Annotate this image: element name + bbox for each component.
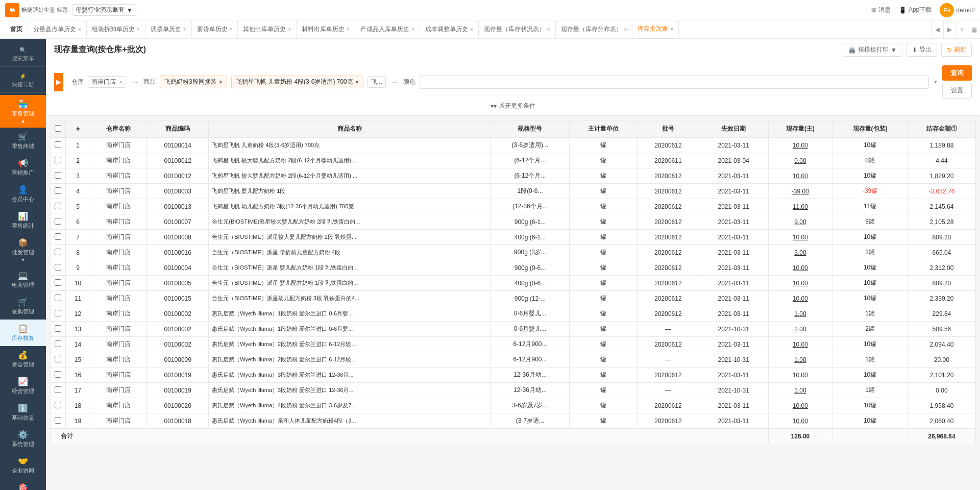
content-area: 现存量查询(按仓库+批次) 🖨️ 按模板打印 ▼ ⬇ 导出 ↻ 刷新 bbox=[46, 39, 980, 490]
row-select-checkbox[interactable] bbox=[55, 172, 61, 179]
product-ellipsis[interactable]: ··· bbox=[390, 79, 399, 86]
row-checkbox bbox=[51, 260, 66, 276]
row-select-checkbox[interactable] bbox=[55, 279, 61, 286]
product-filter-tag-1[interactable]: 飞鹤奶粉3段同捆装 × bbox=[160, 76, 227, 88]
sidebar-item-guide[interactable]: 🎯 新手引导 bbox=[0, 479, 46, 490]
nav-menu-arrow[interactable]: ▦ bbox=[968, 20, 980, 39]
tab-chanchengruку[interactable]: 产成品入库单历史 × bbox=[355, 20, 420, 39]
nav-next-arrow[interactable]: ▶ bbox=[943, 20, 955, 39]
sidebar-item-members[interactable]: 👤 会员中心 bbox=[0, 181, 46, 207]
tab-kucunpici[interactable]: 库存批次账 × bbox=[632, 20, 679, 39]
tab-chengbentiaoz[interactable]: 成本调整单历史 × bbox=[420, 20, 479, 39]
tab-qitachuku[interactable]: 其他出库单历史 × bbox=[238, 20, 297, 39]
close-icon[interactable]: × bbox=[470, 27, 473, 32]
expand-icon: ▾▾ bbox=[491, 103, 497, 110]
sidebar-item-ecommerce[interactable]: 💻 电商管理 bbox=[0, 266, 46, 293]
row-select-checkbox[interactable] bbox=[55, 356, 61, 362]
search-button[interactable]: 查询 bbox=[942, 65, 972, 81]
user-area[interactable]: Ea demo2 bbox=[940, 3, 975, 17]
app-download-button[interactable]: 📱 App下载 bbox=[899, 6, 932, 14]
company-select[interactable]: 母婴行业演示账套 ▼ bbox=[72, 4, 136, 16]
sidebar-item-wholesale[interactable]: 📦 批发管理 ▼ bbox=[0, 234, 46, 266]
ecommerce-icon: 💻 bbox=[18, 271, 28, 280]
sidebar-item-inventory[interactable]: 📋 库存核算 bbox=[0, 320, 46, 346]
row-select-checkbox[interactable] bbox=[55, 386, 61, 393]
close-icon[interactable]: × bbox=[624, 27, 627, 32]
warehouse-close-icon[interactable]: × bbox=[119, 79, 122, 86]
close-icon[interactable]: × bbox=[288, 27, 291, 32]
settings-button[interactable]: 设置 bbox=[942, 83, 972, 99]
row-warehouse: 南岸门店 bbox=[90, 398, 147, 413]
close-icon[interactable]: × bbox=[670, 26, 673, 32]
row-number: 14 bbox=[66, 337, 90, 352]
close-icon[interactable]: × bbox=[411, 27, 414, 32]
row-select-checkbox[interactable] bbox=[55, 310, 61, 316]
sidebar-item-finance[interactable]: 💰 资金管理 bbox=[0, 346, 46, 373]
row-select-checkbox[interactable] bbox=[55, 249, 61, 255]
tab-xiancunliang2[interactable]: 现存量（库存分布表） × bbox=[556, 20, 633, 39]
messages-button[interactable]: ✉ 消息 bbox=[871, 6, 891, 14]
expand-more-row: ▾▾ 展开更多条件 bbox=[54, 99, 972, 111]
sidebar-item-purchase[interactable]: 🛒 采购管理 bbox=[0, 293, 46, 320]
sidebar-search[interactable]: 🔍 搜索菜单 bbox=[0, 43, 46, 67]
tab-xiancunliang1[interactable]: 现存量（库存状况表） × bbox=[479, 20, 556, 39]
warehouse-ellipsis[interactable]: ··· bbox=[130, 79, 139, 86]
row-select-checkbox[interactable] bbox=[55, 371, 61, 378]
sidebar-expand-button[interactable]: ▶ bbox=[54, 73, 63, 91]
print-button[interactable]: 🖨️ 按模板打印 ▼ bbox=[843, 43, 902, 57]
sidebar-item-operation[interactable]: 📈 经营管理 bbox=[0, 373, 46, 399]
row-select-checkbox[interactable] bbox=[55, 218, 61, 225]
main-layout: 🔍 搜索菜单 ⚡ 快捷导航 🏪 零售管理 ▲ 🛒 零售商城 📢 营销推广 👤 会… bbox=[0, 39, 980, 490]
color-input[interactable] bbox=[420, 76, 929, 89]
row-select-checkbox[interactable] bbox=[55, 325, 61, 332]
refresh-button[interactable]: ↻ 刷新 bbox=[941, 43, 972, 57]
sidebar-item-mall[interactable]: 🛒 零售商城 bbox=[0, 128, 46, 154]
row-select-checkbox[interactable] bbox=[55, 264, 61, 271]
row-warehouse: 南岸门店 bbox=[90, 199, 147, 214]
row-select-checkbox[interactable] bbox=[55, 157, 61, 163]
tab-cailiaochu[interactable]: 材料出库单历史 × bbox=[297, 20, 355, 39]
nav-prev-arrow[interactable]: ◀ bbox=[931, 20, 943, 39]
row-select-checkbox[interactable] bbox=[55, 141, 61, 148]
tab-yaohuo[interactable]: 要货单历史 × bbox=[192, 20, 238, 39]
th-code: 商品编码 bbox=[147, 120, 209, 138]
product-close-icon-2[interactable]: × bbox=[355, 79, 359, 86]
product-filter-tag-2[interactable]: 飞鹤星飞帆 儿童奶粉 4段(3-6岁适用) 700克 × bbox=[231, 76, 363, 88]
product-close-icon-1[interactable]: × bbox=[219, 79, 223, 86]
close-icon[interactable]: × bbox=[183, 27, 186, 32]
row-select-checkbox[interactable] bbox=[55, 417, 61, 424]
stats-icon: 📊 bbox=[18, 211, 28, 221]
close-icon[interactable]: × bbox=[347, 27, 350, 32]
tab-diaobo[interactable]: 调拨单历史 × bbox=[145, 20, 192, 39]
row-select-checkbox[interactable] bbox=[55, 203, 61, 209]
row-select-checkbox[interactable] bbox=[55, 340, 61, 347]
sidebar-item-basic[interactable]: ℹ️ 基础信息 bbox=[0, 399, 46, 426]
sidebar-item-retail[interactable]: 🏪 零售管理 ▲ bbox=[0, 95, 46, 128]
row-qty: 1.00 bbox=[768, 383, 832, 398]
warehouse-filter-tag[interactable]: 南岸门店 × bbox=[88, 76, 126, 88]
close-icon[interactable]: × bbox=[137, 27, 140, 32]
expand-more-button[interactable]: ▾▾ 展开更多条件 bbox=[491, 102, 535, 110]
tab-zuzhuangchaijian[interactable]: 组装拆卸单历史 × bbox=[87, 20, 145, 39]
sidebar-item-system[interactable]: ⚙️ 系统管理 bbox=[0, 426, 46, 452]
select-all-checkbox[interactable] bbox=[55, 125, 61, 132]
row-qty: 10.00 bbox=[768, 276, 832, 291]
sidebar-item-marketing[interactable]: 📢 营销推广 bbox=[0, 154, 46, 181]
sidebar-item-stats[interactable]: 📊 零售统计 bbox=[0, 207, 46, 234]
nav-close-arrow[interactable]: × bbox=[955, 20, 968, 39]
tab-home[interactable]: 首页 bbox=[5, 20, 28, 39]
th-warehouse: 仓库名称 bbox=[90, 120, 147, 138]
row-select-checkbox[interactable] bbox=[55, 402, 61, 408]
export-button[interactable]: ⬇ 导出 bbox=[906, 43, 937, 57]
row-select-checkbox[interactable] bbox=[55, 187, 61, 194]
close-icon[interactable]: × bbox=[230, 27, 233, 32]
sidebar-quick-nav[interactable]: ⚡ 快捷导航 bbox=[0, 69, 46, 93]
tab-fenliangpandian[interactable]: 分量盘点单历史 × bbox=[28, 20, 87, 39]
close-icon[interactable]: × bbox=[547, 27, 550, 32]
row-select-checkbox[interactable] bbox=[55, 233, 61, 240]
close-icon[interactable]: × bbox=[78, 27, 81, 32]
sidebar-item-enterprise[interactable]: 🤝 企业协同 bbox=[0, 452, 46, 479]
product-filter-more[interactable]: 飞... bbox=[368, 76, 386, 88]
row-select-checkbox[interactable] bbox=[55, 295, 61, 301]
refresh-icon: ↻ bbox=[947, 46, 952, 54]
